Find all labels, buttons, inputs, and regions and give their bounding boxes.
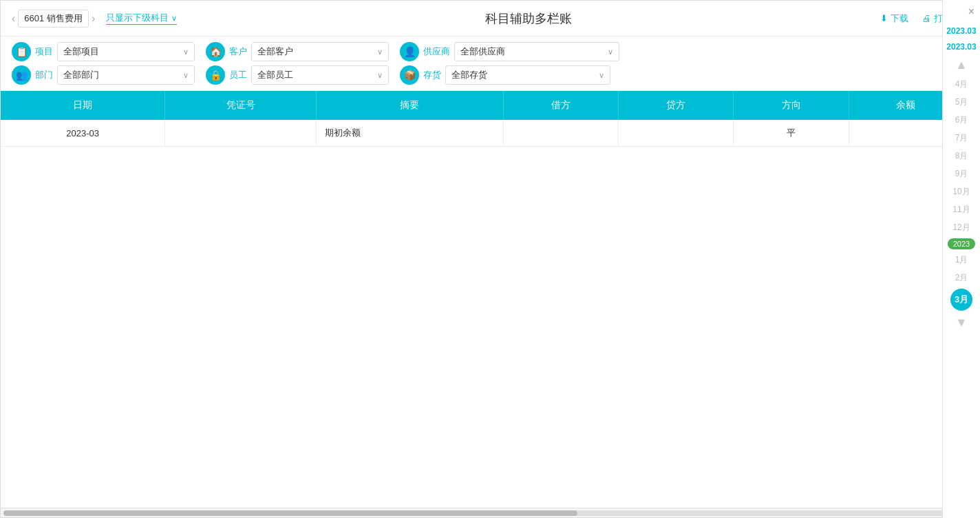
inventory-chevron: ∨ — [599, 71, 604, 80]
download-icon: ⬇ — [880, 13, 888, 23]
filter-area: 📋 项目 全部项目 ∨ 🏠 客户 全部客户 ∨ 👤 供应商 全部供应 — [1, 37, 963, 91]
filter-customer: 🏠 客户 全部客户 ∨ — [206, 42, 389, 61]
filter-supplier: 👤 供应商 全部供应商 ∨ — [400, 42, 619, 61]
main-window: ‹ 6601 销售费用 › 只显示下级科目 ∨ 科目辅助多栏账 ⬇ 下载 🖨 打… — [0, 0, 963, 518]
horizontal-scrollbar[interactable] — [1, 508, 963, 517]
table-container: 日期 凭证号 摘要 借方 贷方 方向 余额 2023-03 期初余额 平 — [1, 91, 963, 508]
sidebar-month-11[interactable]: 11月 — [951, 201, 971, 218]
year-badge-row: 2023 — [943, 238, 980, 249]
customer-value: 全部客户 — [257, 45, 293, 58]
chevron-down-icon: ∨ — [171, 14, 177, 23]
col-date: 日期 — [1, 91, 165, 120]
dept-label: 部门 — [35, 69, 53, 81]
close-button[interactable]: × — [968, 6, 980, 18]
scroll-thumb[interactable] — [3, 510, 577, 516]
sidebar-month-2[interactable]: 2月 — [954, 269, 970, 287]
inventory-label: 存货 — [423, 69, 441, 81]
dept-select[interactable]: 全部部门 ∨ — [57, 65, 195, 85]
employee-icon: 🔒 — [206, 65, 225, 85]
scroll-track — [3, 510, 960, 516]
sidebar-nav-down[interactable]: ▼ — [943, 313, 980, 333]
cell-credit — [619, 120, 734, 147]
inventory-value: 全部存货 — [451, 69, 487, 81]
project-chevron: ∨ — [183, 48, 189, 56]
filter-project: 📋 项目 全部项目 ∨ — [12, 42, 195, 61]
sidebar-month-2023-03-2[interactable]: 2023.03 — [945, 39, 977, 54]
filter-inventory: 📦 存货 全部存货 ∨ — [400, 65, 610, 85]
cell-direction: 平 — [734, 120, 849, 147]
supplier-label: 供应商 — [423, 45, 450, 58]
show-sub-button[interactable]: 只显示下级科目 ∨ — [106, 12, 177, 25]
employee-label: 员工 — [229, 69, 247, 81]
customer-select[interactable]: 全部客户 ∨ — [251, 42, 389, 61]
dept-chevron: ∨ — [183, 71, 189, 80]
table-row: 2023-03 期初余额 平 — [1, 120, 963, 147]
filter-dept: 👥 部门 全部部门 ∨ — [12, 65, 195, 85]
page-title: 科目辅助多栏账 — [177, 10, 880, 27]
project-label: 项目 — [35, 45, 53, 58]
main-table: 日期 凭证号 摘要 借方 贷方 方向 余额 2023-03 期初余额 平 — [1, 91, 963, 147]
sidebar-month-7[interactable]: 7月 — [954, 130, 970, 147]
right-sidebar: × 2023.03 2023.03 ▲ 4月 5月 6月 7月 8月 9月 10… — [942, 0, 980, 518]
dept-icon: 👥 — [12, 65, 31, 85]
cell-voucher — [165, 120, 317, 147]
sidebar-month-9[interactable]: 9月 — [954, 165, 970, 183]
employee-value: 全部员工 — [257, 69, 293, 81]
download-button[interactable]: ⬇ 下载 — [880, 12, 908, 25]
sidebar-month-12[interactable]: 12月 — [951, 219, 971, 236]
customer-label: 客户 — [229, 45, 247, 58]
customer-chevron: ∨ — [377, 48, 383, 56]
employee-chevron: ∨ — [377, 71, 383, 80]
cell-summary: 期初余额 — [316, 120, 503, 147]
sidebar-month-4[interactable]: 4月 — [954, 76, 970, 93]
supplier-value: 全部供应商 — [460, 45, 505, 58]
col-summary: 摘要 — [316, 91, 503, 120]
supplier-select[interactable]: 全部供应商 ∨ — [454, 42, 619, 61]
customer-icon: 🏠 — [206, 42, 225, 61]
year-badge[interactable]: 2023 — [948, 238, 975, 249]
account-code-box[interactable]: 6601 销售费用 — [18, 10, 89, 28]
print-icon: 🖨 — [922, 13, 931, 23]
col-debit: 借方 — [503, 91, 618, 120]
supplier-chevron: ∨ — [608, 48, 613, 56]
cell-debit — [503, 120, 618, 147]
filter-row-2: 👥 部门 全部部门 ∨ 🔒 员工 全部员工 ∨ 📦 存货 全部存货 — [12, 65, 952, 85]
sidebar-month-8[interactable]: 8月 — [954, 147, 970, 165]
inventory-select[interactable]: 全部存货 ∨ — [445, 65, 610, 85]
sidebar-month-section: 2023.03 2023.03 ▲ 4月 5月 6月 7月 8月 9月 10月 … — [943, 23, 980, 333]
download-label: 下载 — [891, 12, 908, 25]
show-sub-label: 只显示下级科目 — [106, 12, 169, 24]
sidebar-month-5[interactable]: 5月 — [954, 94, 970, 111]
cell-date: 2023-03 — [1, 120, 165, 147]
sidebar-month-6[interactable]: 6月 — [954, 112, 970, 129]
col-direction: 方向 — [734, 91, 849, 120]
supplier-icon: 👤 — [400, 42, 419, 61]
dept-value: 全部部门 — [63, 69, 99, 81]
account-code-label: 6601 销售费用 — [24, 12, 83, 25]
filter-employee: 🔒 员工 全部员工 ∨ — [206, 65, 389, 85]
sidebar-month-2023-03-1[interactable]: 2023.03 — [945, 23, 977, 39]
sidebar-nav-up[interactable]: ▲ — [943, 55, 980, 75]
col-voucher: 凭证号 — [165, 91, 317, 120]
nav-prev-button[interactable]: ‹ — [12, 12, 15, 25]
employee-select[interactable]: 全部员工 ∨ — [251, 65, 389, 85]
toolbar-right: ⬇ 下载 🖨 打印 — [880, 12, 952, 25]
sidebar-month-10[interactable]: 10月 — [951, 183, 971, 200]
inventory-icon: 📦 — [400, 65, 419, 85]
nav-next-button[interactable]: › — [92, 12, 95, 25]
col-credit: 贷方 — [619, 91, 734, 120]
table-header-row: 日期 凭证号 摘要 借方 贷方 方向 余额 — [1, 91, 963, 120]
sidebar-month-3-active[interactable]: 3月 — [950, 289, 972, 311]
top-bar: ‹ 6601 销售费用 › 只显示下级科目 ∨ 科目辅助多栏账 ⬇ 下载 🖨 打… — [1, 1, 963, 37]
filter-row-1: 📋 项目 全部项目 ∨ 🏠 客户 全部客户 ∨ 👤 供应商 全部供应 — [12, 42, 952, 61]
project-icon: 📋 — [12, 42, 31, 61]
project-select[interactable]: 全部项目 ∨ — [57, 42, 195, 61]
sidebar-month-1[interactable]: 1月 — [954, 251, 970, 269]
project-value: 全部项目 — [63, 45, 99, 58]
